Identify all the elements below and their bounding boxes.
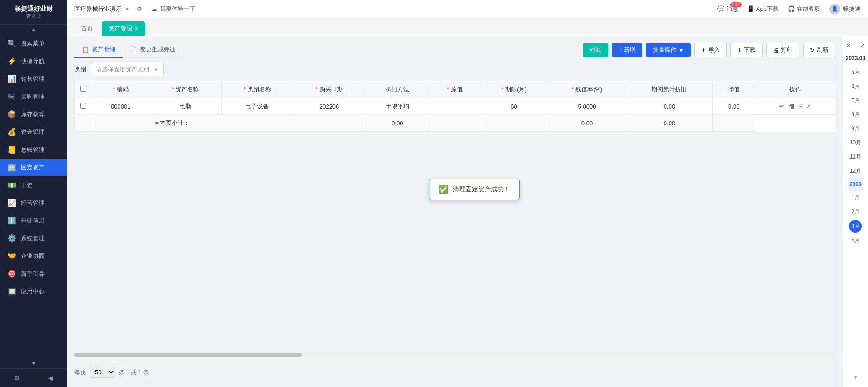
sidebar-scroll-down[interactable]: ▼: [0, 358, 67, 368]
experience-link[interactable]: ☁ 我要体验一下: [151, 5, 195, 13]
import-button[interactable]: ⬆ 导入: [694, 43, 727, 57]
reconcile-button[interactable]: 对账: [583, 43, 608, 57]
main-area: 医疗器械行业演示 ▼ ⚙ ☁ 我要体验一下 💬 消息 99+ 📱 App下载 🎧…: [67, 0, 868, 387]
add-new-label: + 新增: [619, 46, 635, 54]
refresh-label: 刷新: [817, 46, 828, 54]
home-tab-label: 首页: [81, 25, 93, 32]
month-item[interactable]: 2023: [848, 178, 863, 191]
month-item[interactable]: 9月: [848, 122, 863, 136]
message-button[interactable]: 💬 消息 99+: [717, 5, 738, 13]
sidebar-item-app-center[interactable]: 🔲应用中心: [0, 283, 67, 300]
cell-original-value: [430, 98, 480, 115]
select-all-checkbox[interactable]: [80, 86, 86, 92]
search-icon: 🔍: [7, 39, 16, 48]
refresh-button[interactable]: ↻ 刷新: [803, 43, 835, 57]
enterprise-icon: 🤝: [7, 252, 16, 260]
success-icon: ✅: [438, 184, 448, 194]
settings-gear-icon[interactable]: ⚙: [137, 5, 142, 12]
company-selector[interactable]: 医疗器械行业演示 ▼: [74, 5, 129, 13]
success-toast: ✅ 清理固定资产成功！: [429, 179, 520, 200]
col-original-value: 原值: [430, 81, 480, 98]
month-item[interactable]: 10月: [848, 136, 863, 150]
cell-actions: ✏ 🗑 ⎘ ↗: [755, 98, 835, 115]
month-item[interactable]: 5月: [848, 65, 863, 79]
content-area: 📋 资产明细 📄 变更生成凭证 对账 + 新增: [67, 36, 868, 387]
sidebar-label-finance: 资金管理: [21, 128, 45, 136]
print-button[interactable]: 🖨 打印: [766, 43, 799, 57]
username: 畅捷通: [843, 5, 861, 13]
months-container: 5月6月7月8月9月10月11月12月20231月2月3月4月: [848, 65, 863, 248]
online-service-button[interactable]: 🎧 在线客服: [788, 5, 820, 13]
col-name: 资产名称: [149, 81, 221, 98]
sidebar-item-payroll[interactable]: 💵工资: [0, 176, 67, 194]
tab-home[interactable]: 首页: [74, 21, 100, 36]
sub-tab-voucher[interactable]: 📄 变更生成凭证: [123, 42, 183, 58]
col-initial-dep: 期初累计折旧: [626, 81, 712, 98]
sidebar-item-purchase[interactable]: 🛒采购管理: [0, 88, 67, 105]
month-item[interactable]: 8月: [848, 108, 863, 122]
row-checkbox[interactable]: [80, 103, 86, 109]
month-item[interactable]: 3月: [849, 220, 862, 233]
app-subtitle: 普及版: [26, 13, 41, 20]
copy-icon[interactable]: ⎘: [799, 103, 802, 110]
phone-icon: 📱: [747, 5, 754, 12]
sidebar-item-search[interactable]: 🔍搜索菜单: [0, 35, 67, 52]
download-button[interactable]: ⬇ 下载: [730, 43, 763, 57]
sidebar-item-inventory[interactable]: 📦库存核算: [0, 105, 67, 123]
per-page-select[interactable]: 50 100 200: [90, 367, 115, 378]
scrollbar-thumb[interactable]: [74, 353, 302, 357]
user-menu[interactable]: 👤 畅捷通: [829, 4, 861, 15]
sidebar-item-guide[interactable]: 🎯新手引导: [0, 265, 67, 283]
tab-asset-management[interactable]: 资产管理 ×: [102, 21, 145, 36]
toolbar: 对账 + 新增 批量操作 ▼ ⬆ 导入 ⬇ 下载: [583, 43, 835, 57]
app-download-button[interactable]: 📱 App下载: [747, 5, 779, 13]
sidebar-item-quick-nav[interactable]: ⚡快捷导航: [0, 52, 67, 70]
col-actions: 操作: [755, 81, 835, 98]
sidebar-item-fixed-assets[interactable]: 🏢固定资产: [0, 159, 67, 176]
sidebar-label-guide: 新手引导: [21, 270, 45, 278]
settings-icon[interactable]: ⚙: [10, 372, 24, 383]
delete-icon[interactable]: 🗑: [789, 103, 795, 110]
cell-net-value: 0.00: [713, 98, 755, 115]
sub-tab-asset-detail[interactable]: 📋 资产明细: [74, 42, 123, 58]
sidebar-item-finance[interactable]: 💰资金管理: [0, 123, 67, 141]
month-item[interactable]: 7月: [848, 94, 863, 108]
sidebar-item-operations[interactable]: 📈经营管理: [0, 194, 67, 212]
sidebar-item-sales[interactable]: 📊销售管理: [0, 70, 67, 88]
chevron-down-icon: ▼: [31, 360, 36, 367]
sidebar-item-basic-info[interactable]: ℹ️基础信息: [0, 212, 67, 229]
month-item[interactable]: 6月: [848, 79, 863, 94]
month-item[interactable]: 4月: [848, 233, 863, 248]
table-footer: 每页 50 100 200 条，共 1 条: [74, 363, 835, 382]
asset-table-wrap: 编码 资产名称 类别名称 购买日期 折旧方法 原值 期限(月) 残值率(%) 期…: [74, 81, 835, 347]
content-main: 📋 资产明细 📄 变更生成凭证 对账 + 新增: [67, 36, 843, 387]
sidebar-item-system[interactable]: ⚙️系统管理: [0, 229, 67, 247]
month-item[interactable]: 12月: [848, 164, 863, 178]
cell-initial-dep: 0.00: [626, 98, 712, 115]
sidebar-item-ledger[interactable]: 📒总账管理: [0, 141, 67, 159]
ledger-icon: 📒: [7, 145, 16, 154]
basic-info-icon: ℹ️: [7, 216, 16, 225]
sidebar-scroll-up[interactable]: ▲: [0, 25, 67, 35]
right-panel-expand-icon[interactable]: ⤢: [860, 42, 865, 49]
col-purchase-date: 购买日期: [293, 81, 365, 98]
edit-icon[interactable]: ✏: [779, 103, 785, 110]
batch-ops-button[interactable]: 批量操作 ▼: [646, 43, 691, 57]
horizontal-scrollbar[interactable]: [74, 353, 835, 357]
col-code: 编码: [92, 81, 149, 98]
category-filter[interactable]: 请选择固定资产类别 ▼: [91, 63, 164, 76]
panel-scroll-down[interactable]: ▼: [850, 371, 861, 383]
collapse-icon[interactable]: ◀: [45, 372, 57, 383]
right-panel-close-icon[interactable]: ✕: [846, 42, 851, 49]
month-item[interactable]: 2月: [848, 205, 863, 219]
purchase-icon: 🛒: [7, 92, 16, 101]
add-new-button[interactable]: + 新增: [612, 43, 642, 57]
month-item[interactable]: 11月: [848, 150, 863, 164]
table-row: 000001 电脑 电子设备 202206 年限平均 60 5.0000 0.0…: [75, 98, 835, 115]
per-page-label: 每页: [74, 368, 86, 377]
more-icon[interactable]: ↗: [806, 103, 811, 110]
sidebar-item-enterprise[interactable]: 🤝企业协同: [0, 247, 67, 265]
tab-close-icon[interactable]: ×: [135, 25, 138, 32]
sub-tab-voucher-label: 变更生成凭证: [140, 45, 175, 54]
month-item[interactable]: 1月: [848, 191, 863, 205]
